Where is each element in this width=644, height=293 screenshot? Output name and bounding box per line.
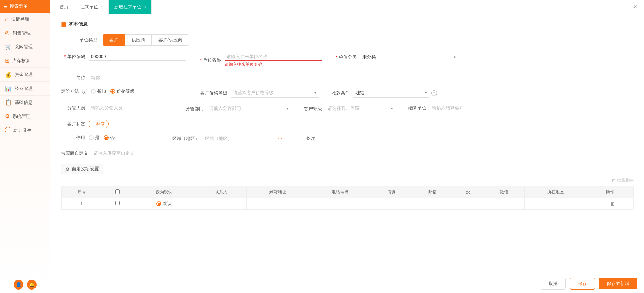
unit-type-both-btn[interactable]: 客户/供应商 — [152, 34, 189, 46]
supplier-custom-input[interactable] — [92, 149, 214, 157]
sidebar-search[interactable]: ☰ 搜索菜单 — [0, 0, 50, 13]
disable-yes-circle — [89, 135, 94, 140]
sidebar-item-system[interactable]: ⚙ 系统管理 — [0, 109, 50, 123]
tab-bar-close-all[interactable]: × — [630, 3, 641, 10]
payment-terms-help-icon[interactable]: ? — [431, 90, 437, 96]
custom-settings-btn[interactable]: ⚙ 自定义项设置 — [61, 164, 103, 174]
sales-icon: ◎ — [5, 30, 10, 36]
disable-no-radio[interactable]: 否 — [104, 135, 115, 141]
unit-name-label: 单位名称 — [197, 57, 225, 63]
sidebar-item-quick-nav[interactable]: ⌂ 快捷导航 — [0, 13, 50, 26]
manager-input[interactable] — [89, 104, 165, 112]
unit-type-customer-btn[interactable]: 客户 — [103, 34, 125, 46]
tab-home[interactable]: 首页 — [54, 0, 74, 14]
customer-price-level-arrow: ▾ — [314, 91, 316, 95]
main-content: 首页 往来单位 × 新增往来单位 × × ▣ 基本信息 单位类型 客户 供应商 … — [50, 0, 644, 293]
row-action-btns: + 🗑 — [590, 201, 629, 206]
pricing-level-radio[interactable]: 价格等级 — [110, 88, 135, 95]
unit-name-field: 单位名称 请输入往来单位名称 — [197, 52, 322, 67]
sidebar-item-basic[interactable]: 📋 基础信息 — [0, 96, 50, 109]
sidebar-item-inventory[interactable]: ⊞ 库存核算 — [0, 54, 50, 68]
row-email — [412, 198, 453, 210]
footer-bar: 取消 保存 保存并新增 — [50, 274, 644, 293]
row-wechat — [484, 198, 525, 210]
customer-level-arrow: ▾ — [391, 106, 393, 111]
customer-tag-field: 客户标签 + 标签 — [61, 120, 634, 128]
col-email: 邮箱 — [412, 186, 453, 198]
tab-contacts-label: 往来单位 — [80, 4, 98, 10]
disable-yes-radio[interactable]: 是 — [89, 135, 100, 141]
unit-code-input[interactable] — [89, 52, 186, 61]
row-add-btn[interactable]: + — [605, 201, 607, 206]
customer-price-level-select[interactable]: 请选择客户价格等级 ▾ — [231, 88, 319, 98]
region-field: 区域（地区） ··· — [172, 135, 284, 143]
select-all-checkbox[interactable] — [115, 189, 120, 194]
form-row-1: 单位编码 单位名称 请输入往来单位名称 单位分类 未分类 ▾ — [61, 52, 634, 67]
unit-category-select[interactable]: 未分类 ▾ — [360, 52, 458, 62]
row-default-radio[interactable]: 默认 — [136, 201, 191, 207]
batch-delete-btn[interactable]: ⊡ 批量删除 — [612, 178, 634, 184]
unit-name-wrap: 请输入往来单位名称 — [225, 52, 322, 67]
unit-name-input[interactable] — [225, 52, 322, 61]
department-placeholder: 请输入分管部门 — [209, 105, 241, 112]
custom-section: ⚙ 自定义项设置 ⊡ 批量删除 序号 设为默认 联系人 — [61, 164, 634, 210]
sidebar-avatar[interactable]: 👤 — [14, 280, 23, 290]
customer-price-level-field: 客户价格等级 请选择客户价格等级 ▾ — [200, 88, 319, 98]
row-delete-btn[interactable]: 🗑 — [610, 201, 615, 206]
customer-tag-label: 客户标签 — [61, 121, 89, 127]
sidebar-item-sales[interactable]: ◎ 销售管理 — [0, 26, 50, 40]
col-region: 所在地区 — [524, 186, 587, 198]
sidebar-item-guide[interactable]: ⛶ 新手引导 — [0, 123, 50, 137]
col-phone: 电话号码 — [309, 186, 371, 198]
batch-delete-icon: ⊡ — [612, 178, 615, 183]
settlement-unit-input[interactable] — [430, 104, 506, 112]
department-select[interactable]: 请输入分管部门 ▾ — [207, 104, 291, 113]
pricing-level-label: 价格等级 — [117, 88, 135, 95]
customer-price-level-label: 客户价格等级 — [200, 90, 231, 96]
supplier-custom-label: 供应商自定义 — [61, 150, 92, 156]
col-check — [102, 186, 133, 198]
short-name-label: 简称 — [61, 75, 89, 81]
department-arrow: ▾ — [286, 106, 289, 111]
form-row-5: 客户标签 + 标签 — [61, 120, 634, 128]
col-contact: 联系人 — [195, 186, 247, 198]
sidebar-bottom: 👤 🔔 — [0, 276, 50, 293]
remark-label: 备注 — [291, 136, 319, 142]
row-checkbox[interactable] — [115, 201, 120, 205]
sidebar-item-label: 新手引导 — [13, 127, 31, 133]
sidebar-item-finance[interactable]: 💰 资金管理 — [0, 68, 50, 82]
tab-contacts[interactable]: 往来单位 × — [74, 0, 109, 14]
form-row-6: 停用 是 否 区域（地区） ··· 备注 — [61, 135, 634, 143]
tab-contacts-close[interactable]: × — [100, 5, 103, 9]
region-input[interactable] — [203, 135, 276, 143]
tab-new-contact[interactable]: 新增往来单位 × — [109, 0, 152, 14]
manager-dots-btn[interactable]: ··· — [165, 105, 172, 111]
region-dots-btn[interactable]: ··· — [276, 136, 284, 142]
sidebar-item-purchase[interactable]: 🛒 采购管理 — [0, 40, 50, 54]
form-area: ▣ 基本信息 单位类型 客户 供应商 客户/供应商 单位编码 单位名称 请输入往… — [50, 14, 644, 274]
form-row-2: 简称 — [61, 74, 634, 82]
sidebar-item-operations[interactable]: 📊 经营管理 — [0, 82, 50, 96]
sidebar-search-label: 搜索菜单 — [10, 3, 28, 9]
sidebar-item-label: 经营管理 — [15, 86, 33, 92]
sidebar-notification[interactable]: 🔔 — [27, 280, 37, 290]
save-new-button[interactable]: 保存并新增 — [599, 278, 637, 289]
customer-level-select[interactable]: 请选择客户等级 ▾ — [325, 104, 395, 113]
remark-input[interactable] — [319, 135, 430, 143]
short-name-input[interactable] — [89, 74, 186, 82]
purchase-icon: 🛒 — [5, 43, 12, 50]
save-button[interactable]: 保存 — [570, 278, 595, 290]
sidebar: ☰ 搜索菜单 ⌂ 快捷导航 ◎ 销售管理 🛒 采购管理 ⊞ 库存核算 💰 资金管… — [0, 0, 50, 293]
payment-terms-select[interactable]: 现结 ▾ — [353, 88, 429, 98]
guide-icon: ⛶ — [5, 127, 10, 133]
pricing-discount-radio[interactable]: 折扣 — [91, 88, 106, 95]
customer-level-placeholder: 请选择客户等级 — [328, 105, 359, 112]
pricing-help-icon[interactable]: ? — [82, 89, 87, 94]
settlement-unit-dots-btn[interactable]: ··· — [506, 105, 513, 111]
add-tag-btn[interactable]: + 标签 — [89, 120, 109, 128]
add-tag-label: 标签 — [96, 121, 105, 127]
tab-new-contact-close[interactable]: × — [143, 5, 146, 9]
unit-type-supplier-btn[interactable]: 供应商 — [125, 34, 152, 46]
cancel-button[interactable]: 取消 — [541, 278, 566, 290]
customer-level-field: 客户等级 请选择客户等级 ▾ — [298, 104, 395, 113]
